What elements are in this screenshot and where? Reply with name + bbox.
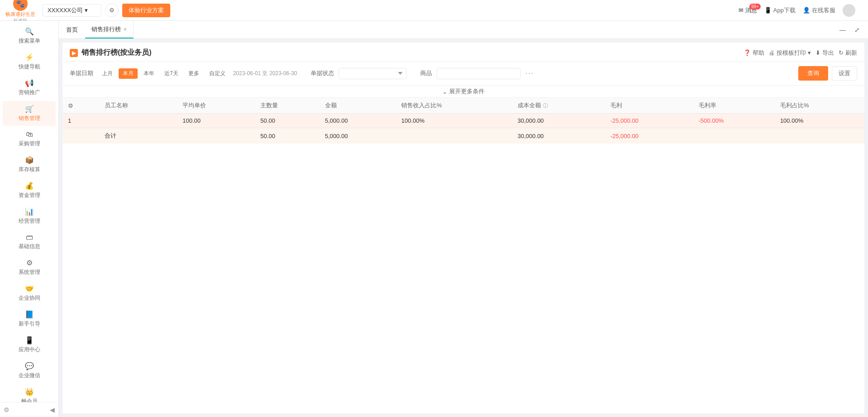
table-row: 1 100.00 50.00 5,000.00 100.00% 30,000.0… xyxy=(62,114,864,128)
settings-icon-btn[interactable]: ⚙ xyxy=(105,4,119,17)
sidebar-item-finance[interactable]: 💰 资金管理 xyxy=(3,178,56,203)
tab-minimize-button[interactable]: — xyxy=(837,24,848,35)
date-pill-custom[interactable]: 自定义 xyxy=(205,68,230,79)
company-selector[interactable]: XXXXXX公司 ▾ xyxy=(43,4,101,17)
status-select[interactable] xyxy=(339,68,407,79)
sidebar-item-member-label: 畅会员 xyxy=(21,398,38,402)
tab-expand-button[interactable]: ⤢ xyxy=(852,24,863,35)
tab-close-icon[interactable]: × xyxy=(124,26,127,33)
col-cost: 成本全额 ⓘ xyxy=(512,98,605,114)
filter-right-buttons: 查询 设置 xyxy=(798,66,857,81)
page-title: 销售排行榜(按业务员) xyxy=(82,48,152,58)
service-icon: 👤 xyxy=(803,7,810,14)
sidebar-item-sales[interactable]: 🛒 销售管理 xyxy=(3,101,56,126)
back-arrow-icon[interactable]: ▶ xyxy=(70,49,78,57)
newuser-icon: 📘 xyxy=(25,310,34,319)
date-pill-thisyear[interactable]: 本年 xyxy=(139,68,158,79)
col-settings[interactable]: ⚙ xyxy=(62,98,99,114)
company-name: XXXXXX公司 xyxy=(48,6,83,14)
tab-sales-ranking[interactable]: 销售排行榜 × xyxy=(85,21,134,38)
date-pill-more[interactable]: 更多 xyxy=(184,68,203,79)
sidebar-item-quicknav[interactable]: ⚡ 快捷导航 xyxy=(3,49,56,74)
help-button[interactable]: ❓ 帮助 xyxy=(743,49,764,57)
finance-icon: 💰 xyxy=(25,182,34,190)
app-icon: 📱 xyxy=(764,7,772,14)
sidebar-collapse-icon[interactable]: ◀ xyxy=(50,406,55,413)
sidebar-item-search[interactable]: 🔍 搜索菜单 xyxy=(3,24,56,48)
date-pill-7days[interactable]: 近7天 xyxy=(160,68,182,79)
app-download-button[interactable]: 📱 App下载 xyxy=(764,6,796,14)
sidebar-item-operations[interactable]: 📊 经营管理 xyxy=(3,204,56,229)
date-filter-label: 单据日期 xyxy=(70,69,93,77)
query-button[interactable]: 查询 xyxy=(798,66,828,81)
member-icon: 👑 xyxy=(25,388,34,396)
more-filters-button[interactable]: ··· xyxy=(525,69,534,77)
page-header-actions: ❓ 帮助 🖨 按模板打印 ▾ ⬇ 导出 ↻ xyxy=(743,49,857,57)
footer-avg xyxy=(177,128,255,144)
refresh-button[interactable]: ↻ 刷新 xyxy=(839,49,857,57)
goods-input[interactable] xyxy=(436,68,521,79)
footer-empty1 xyxy=(62,128,99,144)
table-area: ⚙ 员工名称 平均单价 主数量 全额 销售收入占比% 成本全额 ⓘ 毛利 毛利率… xyxy=(62,98,864,413)
settings-button[interactable]: 设置 xyxy=(832,66,857,81)
page-header: ▶ 销售排行榜(按业务员) ❓ 帮助 🖨 按模板打印 ▾ xyxy=(62,43,864,62)
sidebar-item-wechat-label: 企业微信 xyxy=(19,372,40,379)
tab-label: 销售排行榜 xyxy=(91,25,121,34)
top-bar-right: ✉ 消息 99+ 📱 App下载 👤 在线客服 xyxy=(739,4,863,17)
message-button[interactable]: ✉ 消息 99+ xyxy=(739,6,757,14)
expand-conditions-button[interactable]: ⌄ 展开更多条件 xyxy=(442,87,484,96)
trial-button[interactable]: 体验行业方案 xyxy=(122,4,170,17)
brand-name: 畅康通好生意 xyxy=(5,11,35,18)
col-employee: 员工名称 xyxy=(99,98,177,114)
footer-label: 合计 xyxy=(99,128,177,144)
quicknav-icon: ⚡ xyxy=(25,53,34,62)
cell-amount: 5,000.00 xyxy=(320,114,396,128)
sidebar-item-wechat[interactable]: 💬 企业微信 xyxy=(3,358,56,383)
col-gross-rate: 毛利率 xyxy=(693,98,775,114)
filter-area: 单据日期 上月 本月 本年 近7天 更多 自定义 2023-06-01 至 20… xyxy=(62,62,864,86)
table-footer: 合计 50.00 5,000.00 30,000.00 -25,000.00 xyxy=(62,128,864,144)
sidebar-settings-icon[interactable]: ⚙ xyxy=(4,406,10,413)
print-button[interactable]: 🖨 按模板打印 ▾ xyxy=(769,49,811,57)
search-icon: 🔍 xyxy=(25,27,34,36)
sidebar-item-sales-label: 销售管理 xyxy=(19,115,40,122)
apps-icon: 📱 xyxy=(25,336,34,345)
print-chevron-icon: ▾ xyxy=(808,49,811,56)
filter-row: 单据日期 上月 本月 本年 近7天 更多 自定义 2023-06-01 至 20… xyxy=(70,66,857,81)
sidebar: 🔍 搜索菜单 ⚡ 快捷导航 📢 营销推广 🛒 销售管理 🛍 采购管理 xyxy=(0,21,59,417)
date-pill-thismonth[interactable]: 本月 xyxy=(119,68,138,79)
help-icon: ❓ xyxy=(743,49,751,56)
operations-icon: 📊 xyxy=(25,207,34,216)
sidebar-bottom: ⚙ ◀ xyxy=(0,402,58,417)
col-gross: 毛利 xyxy=(605,98,693,114)
export-button[interactable]: ⬇ 导出 xyxy=(815,49,834,57)
main-area: 🔍 搜索菜单 ⚡ 快捷导航 📢 营销推广 🛒 销售管理 🛍 采购管理 xyxy=(0,21,868,417)
sidebar-item-newuser[interactable]: 📘 新手引导 xyxy=(3,307,56,331)
sidebar-item-purchase[interactable]: 🛍 采购管理 xyxy=(3,127,56,151)
sidebar-item-inventory[interactable]: 📦 库存核算 xyxy=(3,152,56,177)
cell-revenue-pct: 100.00% xyxy=(396,114,512,128)
sidebar-item-apps[interactable]: 📱 应用中心 xyxy=(3,332,56,357)
col-qty: 主数量 xyxy=(255,98,319,114)
system-icon: ⚙ xyxy=(26,259,33,267)
online-service-button[interactable]: 👤 在线客服 xyxy=(803,6,835,14)
sidebar-item-member[interactable]: 👑 畅会员 xyxy=(3,384,56,402)
expand-conditions-row: ⌄ 展开更多条件 xyxy=(62,86,864,98)
cell-qty: 50.00 xyxy=(255,114,319,128)
cell-gross-rate: -500.00% xyxy=(693,114,775,128)
avatar[interactable] xyxy=(843,4,855,17)
cell-rank: 1 xyxy=(62,114,99,128)
sidebar-item-basics[interactable]: 🗃 基础信息 xyxy=(3,230,56,254)
cell-employee-name xyxy=(99,114,177,128)
tab-home[interactable]: 首页 xyxy=(59,21,85,38)
sidebar-item-operations-label: 经营管理 xyxy=(19,217,40,225)
sidebar-item-inventory-label: 库存核算 xyxy=(19,166,40,173)
sidebar-item-collab[interactable]: 🤝 企业协同 xyxy=(3,281,56,306)
page-content: ▶ 销售排行榜(按业务员) ❓ 帮助 🖨 按模板打印 ▾ xyxy=(62,43,864,413)
date-pill-lastmonth[interactable]: 上月 xyxy=(98,68,117,79)
sidebar-item-marketing[interactable]: 📢 营销推广 xyxy=(3,75,56,100)
tab-bar-actions: — ⤢ xyxy=(837,24,868,35)
sidebar-item-search-label: 搜索菜单 xyxy=(19,37,40,45)
sidebar-item-system[interactable]: ⚙ 系统管理 xyxy=(3,255,56,280)
message-icon: ✉ xyxy=(739,7,743,14)
